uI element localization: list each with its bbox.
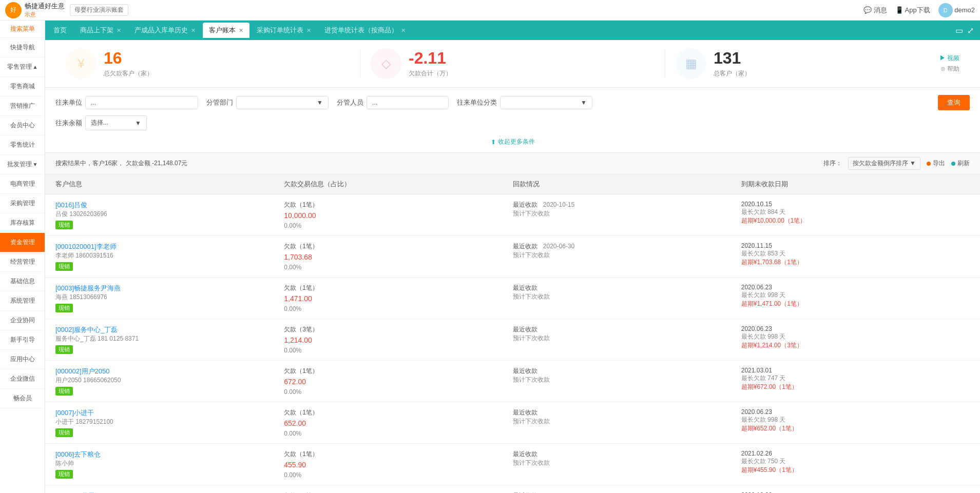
due-date: 2020.10.15: [741, 201, 970, 208]
tab-inbound-stats[interactable]: 进货单统计表（按商品） ✕: [318, 23, 412, 38]
overdue-amount[interactable]: 超期¥455.90（1笔）: [741, 466, 970, 475]
sidebar-item-ecommerce[interactable]: 电商管理: [0, 174, 45, 194]
dept-select[interactable]: ▼: [236, 96, 329, 109]
filter-from-unit: 往来单位 ...: [55, 96, 198, 109]
export-btn[interactable]: 导出: [927, 159, 945, 168]
status-badge: 现销: [55, 345, 73, 354]
sidebar-search[interactable]: 搜索菜单: [0, 21, 45, 38]
app-download-btn[interactable]: 📱 App下载: [895, 6, 930, 15]
overdue-days: 最长欠款 747 天: [741, 374, 970, 383]
tab-purchase-stats[interactable]: 采购订单统计表 ✕: [251, 23, 317, 38]
search-button[interactable]: 查询: [938, 95, 970, 110]
refresh-btn[interactable]: 刷新: [951, 159, 970, 168]
avatar-icon: D: [938, 3, 953, 17]
customer-code-name[interactable]: [0002]服务中心_丁磊: [55, 326, 118, 333]
customer-code-name[interactable]: [000002]用户2050: [55, 367, 110, 375]
from-unit-input[interactable]: ...: [85, 96, 198, 109]
debt-info-cell: 欠款（1笔） 652.00 0.00%: [284, 408, 512, 437]
customer-code-name[interactable]: [0001020001]李老师: [55, 243, 117, 250]
result-bar-right: 排序： 按欠款金额倒序排序 ▼ 导出 刷新: [823, 157, 970, 170]
expand-window-btn[interactable]: ⤢: [967, 26, 974, 35]
restore-window-btn[interactable]: ▭: [955, 26, 963, 35]
sidebar-item-corp-wechat[interactable]: 企业微信: [0, 369, 45, 389]
store-selector[interactable]: 母婴行业演示账套: [70, 4, 128, 16]
filter-unit-category: 往来单位分类 ▼: [457, 96, 592, 109]
sidebar-item-app-center[interactable]: 应用中心: [0, 350, 45, 369]
message-btn[interactable]: 💬 消息: [863, 6, 887, 15]
manager-input[interactable]: ...: [367, 96, 449, 109]
overdue-days: 最长欠款 998 天: [741, 291, 970, 300]
next-collect: 预计下次收款: [513, 292, 741, 301]
help-btn[interactable]: ⊙ 帮助: [940, 65, 959, 73]
customer-code-name[interactable]: [0006]去下粮仓: [55, 450, 101, 458]
sort-select[interactable]: 按欠款金额倒序排序 ▼: [848, 157, 920, 170]
top-bar-right: 💬 消息 📱 App下载 D demo2: [863, 3, 975, 17]
sidebar-item-member-center[interactable]: 会员中心: [0, 116, 45, 135]
summary-icon-1: ¥: [66, 48, 97, 79]
sidebar-item-sys-mgmt[interactable]: 系统管理: [0, 291, 45, 311]
next-collect: 预计下次收款: [513, 251, 741, 260]
collapse-filter-btn[interactable]: ⬆ 收起更多条件: [55, 135, 970, 148]
filter-row-1: 往来单位 ... 分管部门 ▼: [55, 95, 970, 110]
sidebar-item-ops-mgmt[interactable]: 经营管理: [0, 252, 45, 272]
tab-customer-account[interactable]: 客户账本 ✕: [203, 23, 249, 38]
customer-info-cell: [0006]去下粮仓 陈小帅 现销: [55, 450, 284, 479]
sidebar-item-batch-mgmt[interactable]: 批发管理 ▼: [0, 155, 45, 174]
overdue-amount[interactable]: 超期¥1,214.00（3笔）: [741, 341, 970, 350]
overdue-amount[interactable]: 超期¥672.00（1笔）: [741, 383, 970, 391]
customer-phone: 李老师 18600391516: [55, 251, 284, 260]
next-collect: 预计下次收款: [513, 376, 741, 384]
sidebar-item-enterprise[interactable]: 企业协同: [0, 311, 45, 330]
tab-home[interactable]: 首页: [47, 23, 73, 38]
balance-select[interactable]: 选择... ▼: [85, 115, 147, 130]
debt-amount: 1,703.68: [284, 253, 512, 261]
sidebar-item-inventory[interactable]: 库存核算: [0, 213, 45, 233]
customer-code-name[interactable]: [0016]吕俊: [55, 201, 87, 209]
help-icon: ⊙: [940, 65, 946, 72]
sidebar-item-retail-mall[interactable]: 零售商城: [0, 77, 45, 96]
table-row: [0002]服务中心_丁磊 服务中心_丁磊 181 0125 8371 现销 欠…: [45, 319, 980, 361]
sidebar-item-marketing[interactable]: 营销推广: [0, 96, 45, 116]
sidebar-item-basic-info[interactable]: 基础信息: [0, 272, 45, 291]
sidebar-item-quick-nav[interactable]: 快捷导航: [0, 38, 45, 57]
tab-produce-history[interactable]: 产成品入库单历史 ✕: [128, 23, 202, 38]
tab-close-purchase[interactable]: ✕: [306, 27, 311, 34]
unit-category-select[interactable]: ▼: [500, 96, 592, 109]
tab-close-inbound[interactable]: ✕: [401, 27, 406, 34]
filter-label-unit-category: 往来单位分类: [457, 98, 497, 107]
status-badge: 现销: [55, 221, 73, 229]
filter-row-2: 往来余额 选择... ▼: [55, 115, 970, 130]
tab-bar-actions: ▭ ⤢: [955, 26, 978, 35]
customer-code-name[interactable]: [0007]小进干: [55, 409, 94, 417]
summary-value-2: -2.11: [409, 49, 452, 67]
summary-card-3: ▦ 131 总客户（家） ▶ 视频 ⊙ 帮助: [665, 48, 970, 79]
status-badge: 现销: [55, 304, 73, 312]
sidebar-item-purchase-mgmt[interactable]: 采购管理: [0, 194, 45, 213]
sidebar-item-retail-stats[interactable]: 零售统计: [0, 135, 45, 155]
summary-icon-3: ▦: [676, 48, 706, 79]
sidebar-item-畅会员[interactable]: 畅会员: [0, 389, 45, 408]
debt-ratio: 0.00%: [284, 222, 301, 229]
overdue-amount[interactable]: 超期¥652.00（1笔）: [741, 424, 970, 433]
customer-info-cell: [0016]吕俊 吕俊 13026203696 现销: [55, 201, 284, 229]
collection-cell: 最近收款 预计下次收款: [513, 325, 741, 343]
sidebar-item-newbie[interactable]: 新手引导: [0, 330, 45, 350]
chevron-icon-2: ▼: [33, 162, 38, 167]
last-collect: 最近收款: [513, 284, 741, 292]
phone-icon: 📱: [895, 6, 904, 14]
sidebar-item-finance-mgmt[interactable]: 资金管理: [0, 233, 45, 252]
tab-close-goods[interactable]: ✕: [117, 27, 121, 34]
tab-close-produce[interactable]: ✕: [191, 27, 196, 34]
tab-close-customer[interactable]: ✕: [239, 27, 243, 34]
user-avatar[interactable]: D demo2: [938, 3, 975, 17]
debt-info-cell: 欠款（3笔） 1,214.00 0.00%: [284, 325, 512, 354]
due-date-cell: 2020.06.23 最长欠款 998 天 超期¥652.00（1笔）: [741, 408, 970, 433]
overdue-amount[interactable]: 超期¥10,000.00（1笔）: [741, 216, 970, 225]
customer-info-cell: [000002]用户2050 用户2050 18665062050 现销: [55, 367, 284, 396]
tab-goods-manage[interactable]: 商品上下架 ✕: [74, 23, 127, 38]
customer-code-name[interactable]: [0003]畅捷服务尹海燕: [55, 284, 121, 292]
sidebar-item-retail-mgmt[interactable]: 零售管理 ▲: [0, 57, 45, 77]
overdue-amount[interactable]: 超期¥1,471.00（1笔）: [741, 300, 970, 308]
overdue-amount[interactable]: 超期¥1,703.68（1笔）: [741, 258, 970, 267]
video-btn[interactable]: ▶ 视频: [939, 54, 959, 63]
